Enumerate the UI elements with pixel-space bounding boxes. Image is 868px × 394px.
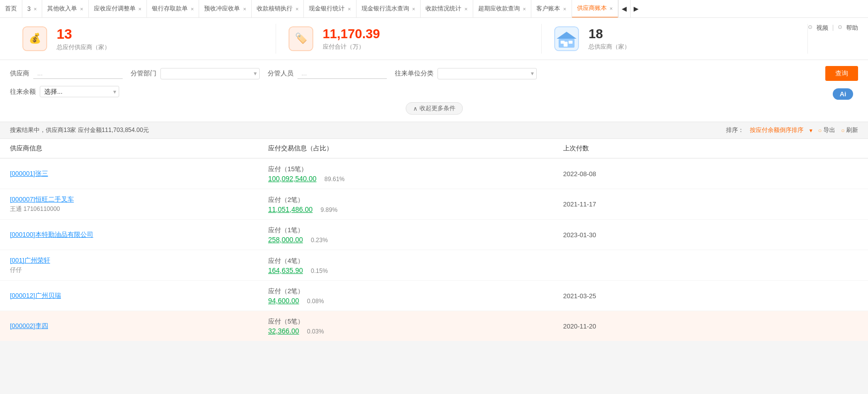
close-icon[interactable]: ×: [243, 6, 246, 12]
payable-col: 应付（1笔） 258,000.00 0.23%: [268, 226, 563, 244]
total-supplier-number: 18: [588, 26, 630, 42]
supplier-info-cell: [000001]张三: [10, 169, 268, 178]
close-icon[interactable]: ×: [139, 6, 142, 12]
dept-select[interactable]: [160, 68, 260, 79]
nav-tab-collection-stat[interactable]: 收款情况统计 ×: [421, 0, 473, 18]
payable-col: 应付（2笔） 11,051,486.00 9.89%: [268, 196, 563, 213]
payable-amount[interactable]: 32,366.00: [268, 327, 299, 335]
supplier-link[interactable]: [000002]李四: [10, 322, 268, 330]
payable-count: 应付（15笔）: [268, 165, 563, 174]
close-icon[interactable]: ×: [80, 6, 83, 12]
close-icon[interactable]: ×: [34, 6, 37, 12]
supplier-link[interactable]: [000007]恒旺二手叉车: [10, 195, 268, 204]
close-icon[interactable]: ×: [295, 6, 298, 12]
supplier-input[interactable]: [33, 68, 123, 79]
table-row: [000001]张三 应付（15笔） 100,092,540.00 89.61%…: [0, 159, 868, 189]
nav-tab-customer-ledger[interactable]: 客户账本 ×: [531, 0, 572, 18]
payable-cell: 应付（5笔） 32,366.00 0.03%: [268, 317, 563, 335]
help-link[interactable]: 帮助: [846, 24, 858, 32]
collapse-button[interactable]: ∧ 收起更多条件: [406, 102, 463, 115]
payable-total-text: 11,170.39 应付合计（万）: [323, 26, 380, 51]
supplier-link[interactable]: [000012]广州贝瑞: [10, 291, 268, 300]
close-icon[interactable]: ×: [412, 6, 415, 12]
summary-bar: 💰 13 总应付供应商（家） 🏷️ 11,170.39 应付合计（万）: [0, 18, 868, 60]
filter-area: 供应商 分管部门 分管人员 往来单位分类 查询: [0, 60, 868, 122]
nav-tab-collection-exec[interactable]: 收款核销执行 ×: [252, 0, 304, 18]
nav-tab-home[interactable]: 首页: [0, 0, 22, 18]
nav-tab-cash-stat-label: 现金银行统计: [309, 4, 345, 13]
person-input[interactable]: [297, 68, 387, 79]
nav-tab-cash-stat[interactable]: 现金银行统计 ×: [304, 0, 356, 18]
supplier-link[interactable]: [001]广州荣轩: [10, 256, 268, 265]
nav-tab-supplier-ledger[interactable]: 供应商账本 ×: [572, 0, 618, 18]
refresh-button[interactable]: ○ 刷新: [841, 126, 858, 134]
nav-tab-overdue-query[interactable]: 超期应收款查询 ×: [473, 0, 531, 18]
nav-tab-bank-deposit[interactable]: 银行存取款单 ×: [147, 0, 199, 18]
supplier-link[interactable]: [000100]本特勤油品有限公司: [10, 230, 268, 239]
balance-select[interactable]: 选择...: [40, 86, 119, 97]
payable-col: 应付（5笔） 32,366.00 0.03%: [268, 317, 563, 335]
supplier-link[interactable]: [000001]张三: [10, 169, 268, 178]
nav-tab-cash-flow[interactable]: 现金银行流水查询 ×: [357, 0, 421, 18]
nav-tab-advance-offset[interactable]: 预收冲应收单 ×: [199, 0, 251, 18]
last-pay-cell: 2021-03-25: [563, 292, 858, 300]
payable-amount-row: 32,366.00 0.03%: [268, 326, 563, 335]
supplier-sub: 王通 17106110000: [10, 205, 268, 213]
nav-tab-3-label: 3: [27, 5, 31, 12]
table-row: [001]广州荣轩 仔仔 应付（4笔） 164,635.90 0.15%: [0, 250, 868, 281]
payable-amount[interactable]: 258,000.00: [268, 236, 303, 244]
nav-tab-collection-exec-label: 收款核销执行: [257, 4, 292, 13]
dept-select-wrapper: [160, 68, 260, 79]
payable-col: 应付（4笔） 164,635.90 0.15%: [268, 257, 563, 274]
nav-right-arrow[interactable]: ▶: [630, 0, 642, 18]
export-button[interactable]: ○ 导出: [818, 126, 835, 134]
nav-tab-supplier-ledger-label: 供应商账本: [577, 4, 607, 12]
nav-tab-cash-flow-label: 现金银行流水查询: [362, 4, 409, 13]
unit-type-select[interactable]: [437, 68, 537, 79]
payable-supplier-number: 13: [57, 26, 110, 43]
payable-cell: 应付（15笔） 100,092,540.00 89.61%: [268, 165, 563, 183]
payable-pct: 0.08%: [307, 298, 324, 305]
payable-amount-row: 11,051,486.00 9.89%: [268, 204, 563, 213]
video-link[interactable]: 视频: [816, 24, 828, 32]
close-icon[interactable]: ×: [464, 6, 467, 12]
payable-amount-row: 164,635.90 0.15%: [268, 265, 563, 274]
svg-rect-9: [569, 41, 573, 44]
dept-label: 分管部门: [131, 69, 156, 78]
query-button[interactable]: 查询: [825, 66, 858, 81]
nav-tab-ar-ap-adjust-label: 应收应付调整单: [94, 4, 136, 13]
refresh-label: 刷新: [846, 126, 858, 134]
payable-pct: 0.03%: [307, 328, 324, 335]
payable-amount-row: 258,000.00 0.23%: [268, 235, 563, 244]
summary-card-payable-supplier: 💰 13 总应付供应商（家）: [10, 24, 276, 54]
close-icon[interactable]: ×: [348, 6, 351, 12]
payable-amount-row: 100,092,540.00 89.61%: [268, 174, 563, 183]
nav-tab-ar-ap-adjust[interactable]: 应收应付调整单 ×: [89, 0, 147, 18]
payable-amount[interactable]: 11,051,486.00: [268, 205, 313, 213]
filter-person: 分管人员: [268, 68, 387, 79]
payable-amount[interactable]: 100,092,540.00: [268, 175, 316, 183]
sort-down-icon[interactable]: ▾: [809, 127, 812, 134]
nav-left-arrow[interactable]: ◀: [618, 0, 630, 18]
nav-tab-3[interactable]: 3 ×: [22, 0, 42, 18]
payable-amount[interactable]: 164,635.90: [268, 266, 303, 274]
payable-amount[interactable]: 94,600.00: [268, 297, 299, 305]
close-icon[interactable]: ×: [563, 6, 566, 12]
table-row: [000012]广州贝瑞 应付（2笔） 94,600.00 0.08% 2021…: [0, 281, 868, 311]
col-header-payable: 应付交易信息（占比）: [268, 144, 563, 153]
filter-supplier: 供应商: [10, 68, 123, 79]
sort-label: 排序：: [726, 126, 744, 134]
summary-card-total-supplier: 18 总供应商（家）: [542, 24, 808, 54]
supplier-label: 供应商: [10, 69, 29, 78]
payable-pct: 89.61%: [324, 176, 345, 183]
nav-tab-advance-offset-label: 预收冲应收单: [204, 4, 240, 13]
ai-button[interactable]: Ai: [833, 88, 853, 100]
unit-type-label: 往来单位分类: [395, 69, 434, 78]
close-icon[interactable]: ×: [610, 5, 613, 11]
close-icon[interactable]: ×: [191, 6, 194, 12]
sort-select[interactable]: 按应付余额倒序排序: [750, 126, 803, 134]
nav-tab-other-income[interactable]: 其他收入单 ×: [42, 0, 88, 18]
total-supplier-label: 总供应商（家）: [588, 43, 630, 51]
supplier-info-cell: [001]广州荣轩 仔仔: [10, 256, 268, 274]
close-icon[interactable]: ×: [523, 6, 526, 12]
